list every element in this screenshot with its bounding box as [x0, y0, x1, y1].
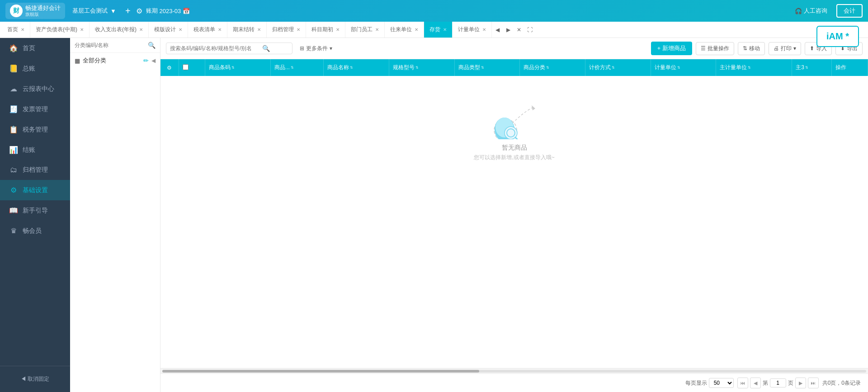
category-edit-icon[interactable]: ✏: [143, 57, 149, 64]
cancel-fixed-button[interactable]: ◀ 取消固定: [0, 372, 70, 387]
tab-archive[interactable]: 归档管理 ✕: [267, 22, 306, 38]
tab-balance[interactable]: 资产负债表(中期) ✕: [30, 22, 90, 38]
col-category[interactable]: 商品分类⇅: [520, 59, 585, 76]
sidebar-item-ledger[interactable]: 📒 总账: [0, 58, 70, 79]
batch-operation-button[interactable]: ☰ 批量操作: [696, 42, 734, 55]
print-icon: 🖨: [774, 45, 779, 52]
vip-icon: ♛: [9, 227, 18, 235]
per-page-dropdown[interactable]: 50 100 200: [709, 378, 734, 388]
tab-income[interactable]: 收入支出表(年报) ✕: [90, 22, 149, 38]
tab-period[interactable]: 期末结转 ✕: [227, 22, 267, 38]
batch-icon: ☰: [701, 45, 706, 52]
tab-tax-close[interactable]: ✕: [218, 27, 222, 32]
sidebar-item-invoice[interactable]: 🧾 发票管理: [0, 99, 70, 119]
category-search-input[interactable]: [75, 42, 145, 48]
tab-tax[interactable]: 税表清单 ✕: [188, 22, 227, 38]
search-bar-icon[interactable]: 🔍: [262, 45, 270, 52]
tab-income-close[interactable]: ✕: [139, 27, 143, 32]
per-page-label: 每页显示: [685, 379, 707, 387]
tab-staff[interactable]: 部门员工 ✕: [345, 22, 385, 38]
sort-icon: ⇅: [677, 66, 680, 70]
consult-button[interactable]: 🎧 人工咨询: [791, 5, 831, 17]
tab-template-label: 模版设计: [154, 26, 176, 33]
first-page-button[interactable]: ⏮: [737, 378, 748, 388]
tab-archive-close[interactable]: ✕: [297, 27, 300, 32]
col-name[interactable]: 商品名称⇅: [324, 59, 389, 76]
tab-unit[interactable]: 计量单位 ✕: [453, 22, 492, 38]
sidebar-label-archive: 归档管理: [23, 166, 48, 174]
col-barcode[interactable]: 商品条码⇅: [205, 59, 271, 76]
last-page-button[interactable]: ⏭: [808, 378, 819, 388]
tab-inventory-label: 存货: [429, 26, 440, 33]
tab-balance-close[interactable]: ✕: [80, 27, 84, 32]
tab-subject-close[interactable]: ✕: [336, 27, 340, 32]
horizontal-scrollbar[interactable]: [160, 368, 868, 373]
tab-inventory-close[interactable]: ✕: [443, 27, 447, 32]
tab-unit-close[interactable]: ✕: [482, 27, 486, 32]
company-selector[interactable]: 基层工会测试 ▼: [69, 5, 120, 17]
tab-balance-label: 资产负债表(中期): [36, 26, 77, 33]
all-category-label: 全部分类: [83, 57, 106, 65]
calendar-icon[interactable]: 📅: [183, 8, 190, 14]
col-extra[interactable]: 主3⇅: [792, 59, 831, 76]
iam-button[interactable]: iAM *: [816, 26, 859, 47]
tab-inventory[interactable]: 存货 ✕: [424, 22, 453, 38]
content-area: 🔍 ▦ 全部分类 ✏ ◀ 🔍 ⊞: [70, 38, 868, 392]
page-number-input[interactable]: [770, 378, 786, 387]
col-code[interactable]: 商品...⇅: [270, 59, 323, 76]
header-actions: 🎧 人工咨询 会计: [791, 4, 863, 18]
tab-template[interactable]: 模版设计 ✕: [149, 22, 188, 38]
logo-area: 财 畅捷通好会计 旗舰版: [5, 3, 65, 19]
tab-partner[interactable]: 往来单位 ✕: [385, 22, 424, 38]
sidebar-item-settle[interactable]: 📊 结账: [0, 140, 70, 160]
add-tab-button[interactable]: +: [123, 6, 132, 16]
tab-close-all-button[interactable]: ✕: [514, 24, 524, 35]
sidebar-item-vip[interactable]: ♛ 畅会员: [0, 221, 70, 241]
sidebar-item-home[interactable]: 🏠 首页: [0, 38, 70, 58]
category-collapse-icon[interactable]: ◀: [151, 57, 156, 64]
tab-next-button[interactable]: ▶: [503, 24, 514, 35]
col-checkbox[interactable]: [179, 59, 205, 76]
col-category-label: 商品分类: [524, 64, 545, 71]
empty-decoration: [487, 103, 542, 139]
col-main-unit[interactable]: 主计量单位⇅: [716, 59, 792, 76]
col-name-label: 商品名称: [327, 64, 349, 71]
product-search-input[interactable]: [170, 45, 260, 52]
print-button[interactable]: 🖨 打印 ▾: [769, 42, 801, 55]
tab-expand-button[interactable]: ⛶: [524, 24, 535, 35]
top-header: 财 畅捷通好会计 旗舰版 基层工会测试 ▼ + ⚙ 账期 2023-03 📅 🎧…: [0, 0, 868, 22]
sidebar-item-archive[interactable]: 🗂 归档管理: [0, 160, 70, 180]
tab-prev-button[interactable]: ◀: [492, 24, 503, 35]
all-category-item[interactable]: ▦ 全部分类 ✏ ◀: [70, 53, 160, 68]
account-button[interactable]: 会计: [836, 4, 863, 18]
sidebar-item-basic[interactable]: ⚙ 基础设置: [0, 180, 70, 200]
scrollbar-thumb[interactable]: [162, 370, 479, 373]
tab-home-close[interactable]: ✕: [21, 27, 24, 32]
tab-subject[interactable]: 科目期初 ✕: [306, 22, 345, 38]
col-type[interactable]: 商品类型⇅: [454, 59, 520, 76]
sidebar: 🏠 首页 📒 总账 ☁ 云报表中心 🧾 发票管理 📋 税务管理 📊 结账 🗂 归…: [0, 38, 70, 392]
col-price-method[interactable]: 计价方式⇅: [585, 59, 651, 76]
new-product-button[interactable]: + 新增商品: [651, 42, 692, 55]
tab-template-close[interactable]: ✕: [179, 27, 182, 32]
col-spec[interactable]: 规格型号⇅: [389, 59, 454, 76]
col-settings[interactable]: ⚙: [160, 59, 179, 76]
tab-period-close[interactable]: ✕: [257, 27, 261, 32]
select-all-checkbox[interactable]: [183, 64, 189, 70]
sidebar-item-guide[interactable]: 📖 新手引导: [0, 200, 70, 221]
tab-home[interactable]: 首页 ✕: [2, 22, 30, 38]
next-page-button[interactable]: ▶: [795, 378, 806, 388]
tab-partner-close[interactable]: ✕: [415, 27, 418, 32]
col-spec-label: 规格型号: [393, 64, 415, 71]
dropdown-arrow-icon: ▼: [110, 8, 116, 14]
sidebar-label-basic: 基础设置: [23, 186, 48, 194]
sidebar-item-report[interactable]: ☁ 云报表中心: [0, 79, 70, 99]
prev-page-button[interactable]: ◀: [750, 378, 761, 388]
more-filter-button[interactable]: ⊞ 更多条件 ▾: [296, 43, 336, 54]
tab-staff-close[interactable]: ✕: [375, 27, 379, 32]
settings-icon[interactable]: ⚙: [136, 7, 142, 15]
col-unit[interactable]: 计量单位⇅: [651, 59, 716, 76]
sidebar-item-tax[interactable]: 📋 税务管理: [0, 119, 70, 140]
move-button[interactable]: ⇅ 移动: [738, 42, 765, 55]
category-search-icon[interactable]: 🔍: [148, 42, 156, 49]
